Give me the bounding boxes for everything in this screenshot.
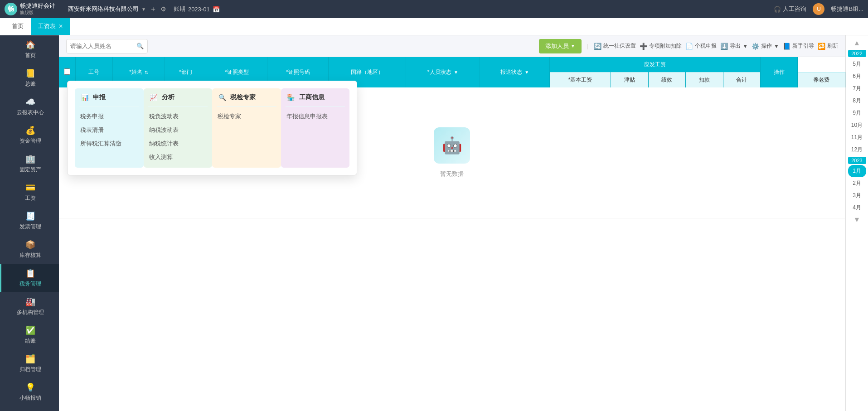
year-2022-label: 2022 [848, 50, 866, 57]
sidebar-item-funds[interactable]: 💰 资金管理 [0, 121, 59, 150]
search-input[interactable] [70, 43, 134, 49]
col-total: 合计 [723, 73, 760, 88]
tab-salary[interactable]: 工资表 ✕ [31, 18, 70, 35]
sidebar-item-salary-label: 工资 [25, 194, 36, 202]
month-2[interactable]: 2月 [848, 177, 866, 189]
month-5[interactable]: 5月 [848, 58, 866, 70]
name-sort-icon[interactable]: ⇅ [145, 70, 148, 75]
service-label: 人工咨询 [783, 5, 806, 13]
menu-taxcheck-title: 🔍 税检专家 [217, 92, 276, 107]
topbar-right: 🎧 人工咨询 U 畅捷通B组... [774, 3, 863, 15]
period-value: 2023-01 [188, 6, 210, 13]
sidebar-item-expense[interactable]: 💡 小畅报销 [0, 378, 59, 406]
tab-home[interactable]: 首页 [5, 18, 31, 35]
menu-item-tax-wave[interactable]: 纳税波动表 [148, 123, 208, 137]
month-11[interactable]: 11月 [848, 131, 866, 144]
logo-area: 畅 畅捷通好会计 旗舰版 [5, 2, 63, 16]
content-toolbar: 🔍 添加人员 ▼ | 🔄 统一社保设置 ➕ 专项附加扣除 📄 个税申报 ⬇️ 导… [59, 35, 845, 57]
month-7[interactable]: 7月 [848, 82, 866, 95]
add-person-button[interactable]: 添加人员 ▼ [539, 39, 582, 53]
search-box[interactable]: 🔍 [66, 39, 148, 53]
sidebar-item-ledger[interactable]: 📒 总账 [0, 64, 59, 92]
select-all-checkbox[interactable] [64, 68, 70, 75]
export-button[interactable]: ⬇️ 导出 ▼ [720, 42, 748, 50]
month-1-active[interactable]: 1月 [848, 165, 866, 177]
sidebar-item-assets[interactable]: 🏢 固定资产 [0, 150, 59, 178]
guide-button[interactable]: 📘 新手引导 [783, 42, 814, 50]
month-9[interactable]: 9月 [848, 107, 866, 119]
sidebar-item-close[interactable]: ✅ 结账 [0, 321, 59, 349]
menu-item-annual-report[interactable]: 年报信息申报表 [286, 110, 345, 123]
special-deduction-label: 专项附加扣除 [649, 42, 682, 50]
menu-item-annual-tax[interactable]: 所得税汇算清缴 [79, 137, 139, 150]
status-filter-icon[interactable]: ▼ [454, 70, 458, 75]
panel-scroll-down[interactable]: ▼ [852, 214, 863, 226]
month-10[interactable]: 10月 [848, 119, 866, 131]
refresh-icon: 🔁 [818, 43, 825, 50]
refresh-button[interactable]: 🔁 刷新 [818, 42, 838, 50]
menu-item-tax-filing[interactable]: 税务申报 [79, 110, 139, 123]
add-company-button[interactable]: ＋ [150, 5, 157, 14]
menu-section-taxcheck: 🔍 税检专家 税检专家 [212, 88, 281, 168]
sidebar-item-tax-label: 税务管理 [19, 280, 41, 288]
tab-salary-label: 工资表 [38, 22, 56, 30]
sidebar-item-cloud[interactable]: ☁️ 云报表中心 [0, 92, 59, 121]
user-avatar[interactable]: U [813, 3, 824, 15]
expense-icon: 💡 [25, 382, 35, 392]
operations-button[interactable]: ⚙️ 操作 ▼ [752, 42, 779, 50]
export-dropdown-icon: ▼ [742, 43, 748, 49]
archive-icon: 🗂️ [25, 354, 35, 364]
panel-scroll-up[interactable]: ▲ [852, 37, 863, 49]
sidebar-item-invoice[interactable]: 🧾 发票管理 [0, 207, 59, 235]
month-3[interactable]: 3月 [848, 189, 866, 202]
sidebar-item-archive[interactable]: 🗂️ 归档管理 [0, 349, 59, 378]
guide-toolbar-label: 新手引导 [792, 42, 814, 50]
sidebar-item-multi[interactable]: 🏭 多机构管理 [0, 292, 59, 321]
period-selector[interactable]: 账期 2023-01 📅 [174, 5, 220, 13]
ledger-icon: 📒 [25, 68, 35, 78]
menu-item-tax-table[interactable]: 税表清册 [79, 123, 139, 137]
sidebar-item-archive-label: 归档管理 [19, 366, 41, 373]
month-12[interactable]: 12月 [848, 144, 866, 156]
sidebar-item-home[interactable]: 🏠 首页 [0, 35, 59, 64]
tab-salary-close-icon[interactable]: ✕ [58, 23, 63, 29]
sidebar-item-cloud-label: 云报表中心 [17, 109, 44, 116]
company-selector[interactable]: 西安虾米网络科技有限公司 ▼ [68, 5, 146, 13]
tabbar: 首页 工资表 ✕ [0, 18, 868, 35]
sidebar-item-tax[interactable]: 📋 税务管理 [0, 264, 59, 292]
tax-filing-button[interactable]: 📄 个税申报 [685, 42, 717, 50]
guide-toolbar-icon: 📘 [783, 43, 790, 50]
month-6[interactable]: 6月 [848, 70, 866, 82]
menu-filing-title: 📊 申报 [79, 92, 139, 107]
salary-icon: 💳 [25, 183, 35, 193]
month-4[interactable]: 4月 [848, 202, 866, 214]
social-insurance-button[interactable]: 🔄 统一社保设置 [594, 42, 636, 50]
menu-item-tax-burden[interactable]: 税负波动表 [148, 110, 208, 123]
service-button[interactable]: 🎧 人工咨询 [774, 5, 806, 13]
tax-dropdown-menu: 📊 申报 税务申报 税表清册 所得税汇算清缴 📈 分析 税负波动表 纳税波动表 … [67, 81, 357, 175]
sidebar-item-inventory[interactable]: 📦 库存核算 [0, 235, 59, 264]
report-filter-icon[interactable]: ▼ [524, 70, 529, 75]
sidebar-item-settings[interactable]: ⚙️ 基础设置 [0, 406, 59, 411]
col-status: *人员状态 ▼ [406, 57, 480, 87]
menu-section-filing: 📊 申报 税务申报 税表清册 所得税汇算清缴 [75, 88, 144, 168]
sidebar-item-salary[interactable]: 💳 工资 [0, 178, 59, 207]
sidebar-item-inventory-label: 库存核算 [19, 251, 41, 259]
month-8[interactable]: 8月 [848, 95, 866, 107]
sidebar-item-funds-label: 资金管理 [19, 137, 41, 145]
logo-icon: 畅 [5, 3, 17, 15]
sidebar-item-multi-label: 多机构管理 [17, 309, 44, 316]
headset-icon: 🎧 [774, 6, 781, 13]
col-deduction: 扣款 [686, 73, 723, 88]
col-base-salary: *基本工资 [550, 73, 611, 88]
menu-item-income-est[interactable]: 收入测算 [148, 150, 208, 164]
menu-item-taxcheck-expert[interactable]: 税检专家 [217, 110, 276, 123]
menu-item-tax-stats[interactable]: 纳税统计表 [148, 137, 208, 150]
settings-icon[interactable]: ⚙ [160, 5, 166, 13]
taxcheck-title-label: 税检专家 [230, 93, 256, 102]
user-label: 畅捷通B组... [831, 5, 863, 13]
special-deduction-button[interactable]: ➕ 专项附加扣除 [640, 42, 682, 50]
year-2023-label: 2023 [848, 157, 866, 164]
operations-label: 操作 [761, 42, 772, 50]
business-icon: 🏪 [286, 92, 296, 103]
